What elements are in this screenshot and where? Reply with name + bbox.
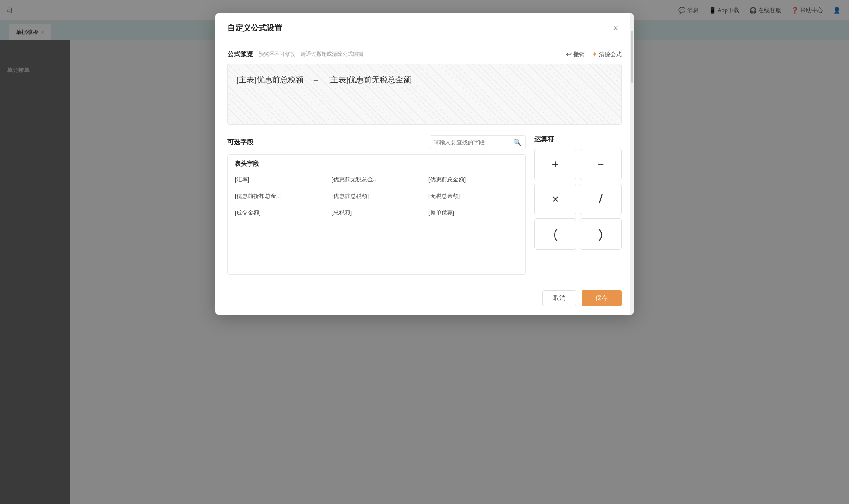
formula-token-2: [主表]优惠前无税总金额 xyxy=(328,75,411,85)
formula-hint: 预览区不可修改，请通过撤销或清除公式编辑 xyxy=(259,51,363,58)
formula-modal: 自定义公式设置 × 公式预览 预览区不可修改，请通过撤销或清除公式编辑 ↩ 撤销 xyxy=(215,13,634,315)
modal-header: 自定义公式设置 × xyxy=(215,13,634,41)
operators-title: 运算符 xyxy=(534,135,622,143)
save-button[interactable]: 保存 xyxy=(582,290,622,306)
field-item-6[interactable]: [成交金额] xyxy=(231,204,328,221)
modal-title: 自定义公式设置 xyxy=(227,23,282,33)
modal-close-button[interactable]: × xyxy=(609,22,622,34)
search-input[interactable] xyxy=(434,139,513,146)
modal-scrollbar[interactable] xyxy=(630,13,634,315)
formula-op-minus: － xyxy=(311,73,321,87)
field-item-7[interactable]: [总税额] xyxy=(328,204,425,221)
search-icon: 🔍 xyxy=(513,138,522,146)
op-minus-button[interactable]: － xyxy=(580,149,622,180)
field-item-1[interactable]: [优惠前无税总金... xyxy=(328,171,425,188)
formula-content: [主表]优惠前总税额 － [主表]优惠前无税总金额 xyxy=(236,73,613,87)
op-rparen-button[interactable]: ) xyxy=(580,218,622,250)
modal-footer: 取消 保存 xyxy=(215,283,634,315)
fields-title: 可选字段 xyxy=(227,138,253,146)
formula-token-1: [主表]优惠前总税额 xyxy=(236,75,304,85)
search-box[interactable]: 🔍 xyxy=(430,135,526,149)
operators-panel: 运算符 + － × / ( ) xyxy=(534,135,622,275)
clear-icon: ✦ xyxy=(592,50,597,58)
op-plus-button[interactable]: + xyxy=(534,149,576,180)
field-item-8[interactable]: [整单优惠] xyxy=(425,204,522,221)
formula-actions: ↩ 撤销 ✦ 清除公式 xyxy=(566,50,622,58)
clear-formula-button[interactable]: ✦ 清除公式 xyxy=(592,50,622,58)
fields-header: 可选字段 🔍 xyxy=(227,135,526,149)
formula-section: 公式预览 预览区不可修改，请通过撤销或清除公式编辑 ↩ 撤销 ✦ 清除公式 xyxy=(227,50,622,125)
fields-list-container[interactable]: 表头字段 [汇率] [优惠前无税总金... [优惠前总金额] [优惠前折扣总金.… xyxy=(227,154,526,275)
fields-group-title: 表头字段 xyxy=(228,155,525,171)
formula-label-row: 公式预览 预览区不可修改，请通过撤销或清除公式编辑 xyxy=(227,50,363,58)
modal-overlay: 自定义公式设置 × 公式预览 预览区不可修改，请通过撤销或清除公式编辑 ↩ 撤销 xyxy=(0,0,849,504)
fields-grid: [汇率] [优惠前无税总金... [优惠前总金额] [优惠前折扣总金... [优… xyxy=(228,171,525,225)
cancel-button[interactable]: 取消 xyxy=(542,290,576,306)
op-divide-button[interactable]: / xyxy=(580,184,622,215)
field-item-4[interactable]: [优惠前总税额] xyxy=(328,188,425,204)
scrollbar-thumb xyxy=(631,31,633,83)
clear-label: 清除公式 xyxy=(599,51,622,58)
close-icon: × xyxy=(613,23,618,33)
fields-panel: 可选字段 🔍 表头字段 [汇率] [优惠前无税总金... [优惠前总金额] [优 xyxy=(227,135,526,275)
formula-preview-box: [主表]优惠前总税额 － [主表]优惠前无税总金额 xyxy=(227,64,622,125)
undo-label: 撤销 xyxy=(573,51,585,58)
formula-label: 公式预览 xyxy=(227,50,253,58)
undo-icon: ↩ xyxy=(566,50,572,58)
operators-grid: + － × / ( ) xyxy=(534,149,622,250)
bottom-section: 可选字段 🔍 表头字段 [汇率] [优惠前无税总金... [优惠前总金额] [优 xyxy=(227,135,622,275)
formula-header: 公式预览 预览区不可修改，请通过撤销或清除公式编辑 ↩ 撤销 ✦ 清除公式 xyxy=(227,50,622,58)
modal-body: 公式预览 预览区不可修改，请通过撤销或清除公式编辑 ↩ 撤销 ✦ 清除公式 xyxy=(215,41,634,283)
field-item-3[interactable]: [优惠前折扣总金... xyxy=(231,188,328,204)
op-lparen-button[interactable]: ( xyxy=(534,218,576,250)
field-item-2[interactable]: [优惠前总金额] xyxy=(425,171,522,188)
field-item-5[interactable]: [无税总金额] xyxy=(425,188,522,204)
op-multiply-button[interactable]: × xyxy=(534,184,576,215)
field-item-0[interactable]: [汇率] xyxy=(231,171,328,188)
undo-button[interactable]: ↩ 撤销 xyxy=(566,50,585,58)
